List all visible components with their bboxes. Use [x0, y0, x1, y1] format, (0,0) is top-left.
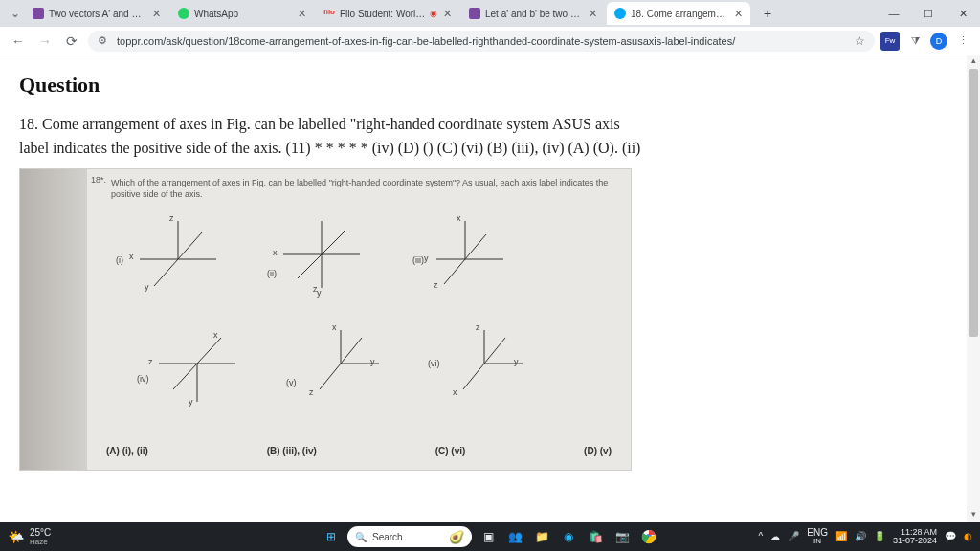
tab-title: 18. Come arrangement of axes [631, 9, 728, 19]
close-window-button[interactable]: ✕ [946, 0, 980, 27]
svg-line-18 [341, 338, 362, 364]
axes-subplot: z y x (vi) [432, 320, 537, 407]
figure-caption: Which of the arrangement of axes in Fig.… [111, 177, 612, 200]
scrollbar-thumb[interactable] [969, 69, 978, 337]
tray-volume-icon[interactable]: 🔊 [855, 531, 866, 541]
back-button[interactable]: ← [8, 31, 29, 52]
page-content: Question 18. Come arrangement of axes in… [0, 55, 980, 471]
content-viewport: Question 18. Come arrangement of axes in… [0, 55, 980, 522]
axes-subplot: x z y (ii) [269, 211, 374, 298]
taskbar-app-chrome[interactable] [638, 526, 659, 547]
axes-subplot: x y z (v) [288, 320, 393, 407]
extensions-icon[interactable]: ⧩ [905, 32, 924, 51]
taskbar-center: ⊞ 🔍 Search 🥑 ▣ 👥 📁 ◉ 🛍️ 📷 [321, 526, 659, 547]
weather-temp: 25°C [30, 527, 51, 538]
task-view-button[interactable]: ▣ [478, 526, 499, 547]
tab-favicon [614, 8, 626, 19]
menu-icon[interactable]: ⋮ [953, 32, 972, 51]
svg-line-9 [444, 259, 465, 284]
windows-taskbar: 🌤️ 25°C Haze ⊞ 🔍 Search 🥑 ▣ 👥 📁 ◉ 🛍️ 📷 ^… [0, 522, 980, 551]
option-a: (A) (i), (ii) [106, 446, 148, 456]
vertical-scrollbar[interactable]: ▴ ▾ [967, 55, 980, 522]
question-text: 18. Come arrangement of axes in Fig. can… [19, 113, 651, 161]
tray-mic-icon[interactable]: 🎤 [788, 531, 799, 541]
scroll-down-icon[interactable]: ▾ [967, 509, 980, 522]
tray-battery-icon[interactable]: 🔋 [874, 531, 885, 541]
tray-language[interactable]: ENG IN [807, 528, 828, 546]
svg-line-21 [463, 364, 484, 389]
taskbar-search[interactable]: 🔍 Search 🥑 [347, 526, 472, 547]
maximize-button[interactable]: ☐ [911, 0, 946, 27]
axes-subplot: z x y (i) [125, 211, 231, 298]
tray-clock[interactable]: 11:28 AM 31-07-2024 [893, 528, 937, 546]
option-c: (C) (vi) [435, 446, 466, 456]
axes-subplot: x z y (iv) [145, 320, 250, 407]
window-controls: — ☐ ✕ [877, 0, 980, 27]
page-heading: Question [19, 73, 961, 98]
taskbar-weather[interactable]: 🌤️ 25°C Haze [0, 527, 51, 546]
option-b: (B) (iii), (iv) [267, 446, 317, 456]
svg-line-3 [178, 232, 202, 259]
site-settings-icon[interactable]: ⚙ [98, 34, 111, 47]
address-bar[interactable]: ⚙ toppr.com/ask/question/18come-arrangem… [88, 31, 875, 52]
svg-line-17 [320, 364, 341, 389]
start-button[interactable]: ⊞ [321, 526, 342, 547]
svg-line-13 [197, 338, 221, 364]
browser-tab[interactable]: Two vectors A' and B' lie in a pl ✕ [25, 2, 168, 25]
tab-favicon [469, 8, 480, 19]
tab-title: Filo Student: World's Only L [340, 9, 426, 19]
taskbar-app-explorer[interactable]: 📁 [531, 526, 552, 547]
tray-notifications-icon[interactable]: 💬 [945, 531, 956, 541]
taskbar-app-camera[interactable]: 📷 [612, 526, 633, 547]
tab-title: WhatsApp [194, 9, 292, 19]
tab-title: Let a' and b' be two non null ve [485, 9, 583, 19]
svg-line-22 [484, 338, 505, 364]
minimize-button[interactable]: — [877, 0, 911, 27]
tab-favicon [178, 8, 189, 19]
taskbar-app-teams[interactable]: 👥 [504, 526, 525, 547]
axes-subplot: x y z (iii) [412, 211, 518, 298]
close-icon[interactable]: ✕ [589, 8, 597, 20]
browser-tab[interactable]: filo Filo Student: World's Only L ◉ ✕ [316, 2, 459, 25]
tab-favicon: filo [323, 8, 335, 19]
tray-cloud-icon[interactable]: ☁ [770, 531, 780, 541]
tray-wifi-icon[interactable]: 📶 [835, 531, 847, 541]
taskbar-app-store[interactable]: 🛍️ [585, 526, 606, 547]
browser-toolbar: ← → ⟳ ⚙ toppr.com/ask/question/18come-ar… [0, 27, 980, 55]
close-icon[interactable]: ✕ [734, 8, 743, 20]
browser-tab-strip: ⌄ Two vectors A' and B' lie in a pl ✕ Wh… [0, 0, 980, 27]
url-text: toppr.com/ask/question/18come-arrangemen… [117, 35, 735, 47]
weather-icon: 🌤️ [8, 529, 24, 544]
scroll-up-icon[interactable]: ▴ [967, 55, 980, 69]
close-icon[interactable]: ✕ [443, 8, 452, 20]
extension-icon[interactable]: Fw [880, 32, 900, 51]
close-icon[interactable]: ✕ [298, 8, 306, 20]
svg-line-2 [154, 259, 178, 286]
browser-tab-active[interactable]: 18. Come arrangement of axes ✕ [607, 2, 750, 25]
svg-line-14 [173, 364, 197, 389]
option-d: (D) (v) [584, 446, 612, 456]
system-tray: ^ ☁ 🎤 ENG IN 📶 🔊 🔋 11:28 AM 31-07-2024 💬… [759, 528, 980, 546]
tray-chevron-icon[interactable]: ^ [759, 531, 764, 541]
browser-tab[interactable]: Let a' and b' be two non null ve ✕ [461, 2, 605, 25]
figure-question-number: 18*. [91, 175, 106, 185]
taskbar-app-edge[interactable]: ◉ [558, 526, 579, 547]
reload-button[interactable]: ⟳ [61, 31, 82, 52]
bookmark-icon[interactable]: ☆ [855, 34, 865, 48]
new-tab-button[interactable]: + [756, 6, 779, 21]
figure-options: (A) (i), (ii) (B) (iii), (iv) (C) (vi) (… [106, 446, 612, 456]
search-icon: 🔍 [355, 532, 367, 542]
recording-icon: ◉ [430, 9, 437, 18]
search-avocado-icon: 🥑 [449, 530, 464, 544]
question-figure: 18*. Which of the arrangement of axes in… [19, 168, 632, 471]
tabs-dropdown-button[interactable]: ⌄ [6, 7, 25, 20]
svg-line-10 [465, 234, 486, 259]
tab-favicon [33, 8, 44, 19]
weather-condition: Haze [30, 538, 51, 546]
tab-title: Two vectors A' and B' lie in a pl [49, 9, 146, 19]
close-icon[interactable]: ✕ [152, 8, 161, 20]
browser-tab[interactable]: WhatsApp ✕ [170, 2, 314, 25]
tray-copilot-icon[interactable]: ◐ [964, 531, 972, 541]
forward-button[interactable]: → [34, 31, 56, 52]
profile-avatar[interactable]: D [930, 33, 947, 50]
